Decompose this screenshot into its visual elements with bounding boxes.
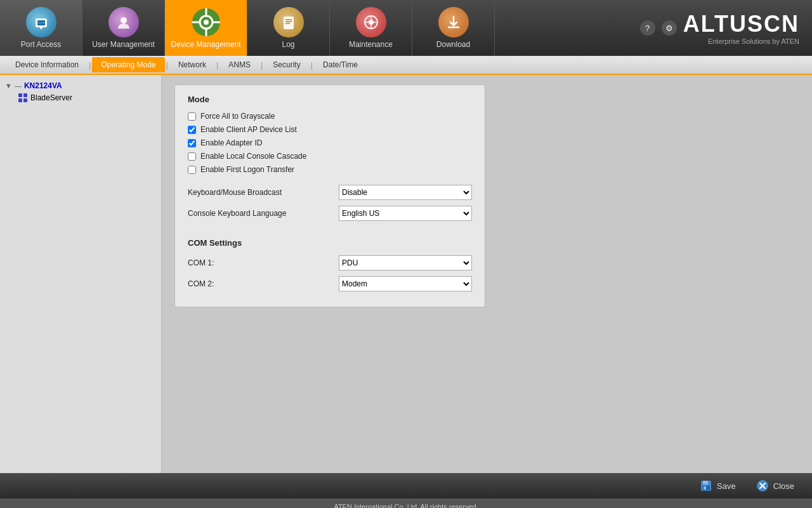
tab-operating-mode[interactable]: Operating Mode xyxy=(92,57,164,72)
svg-rect-23 xyxy=(23,93,27,97)
nav-port-access-label: Port Access xyxy=(21,40,61,49)
tab-network[interactable]: Network xyxy=(169,57,215,72)
mode-settings-box: Mode Force All to Grayscale Enable Clien… xyxy=(174,84,485,307)
tab-device-info[interactable]: Device Information xyxy=(6,57,88,72)
svg-rect-27 xyxy=(703,481,708,485)
save-label: Save xyxy=(717,481,736,491)
tree-child-item: BladeServer xyxy=(15,91,159,104)
tab-security[interactable]: Security xyxy=(264,57,309,72)
settings-icon[interactable]: ⚙ xyxy=(662,20,677,36)
enable-client-ap-row: Enable Client AP Device List xyxy=(188,125,472,134)
svg-point-4 xyxy=(38,22,39,23)
enable-adapter-id-label[interactable]: Enable Adapter ID xyxy=(200,138,262,147)
app-subtitle: Enterprise Solutions by ATEN xyxy=(708,37,799,45)
close-button[interactable]: Close xyxy=(750,476,799,495)
keyboard-mouse-row: Keyboard/Mouse Broadcast Disable Enable xyxy=(188,185,472,200)
force-grayscale-checkbox[interactable] xyxy=(188,112,196,121)
nav-maintenance-label: Maintenance xyxy=(349,40,393,49)
port-access-icon xyxy=(26,7,56,37)
tree-blade-server[interactable]: BladeServer xyxy=(15,91,159,104)
enable-adapter-id-checkbox[interactable] xyxy=(188,139,196,147)
svg-rect-29 xyxy=(704,486,706,490)
sub-tabs: Device Information | Operating Mode | Ne… xyxy=(0,56,812,75)
nav-user-management[interactable]: User Management xyxy=(82,0,165,56)
footer: ATEN International Co. Ltd. All rights r… xyxy=(0,498,812,508)
tree-root-label[interactable]: KN2124VA xyxy=(24,81,62,90)
tree-collapse-icon[interactable]: ▼ xyxy=(5,82,12,90)
maintenance-icon xyxy=(356,7,386,37)
nav-log[interactable]: Log xyxy=(247,0,330,56)
svg-point-7 xyxy=(121,17,127,23)
user-management-icon xyxy=(108,7,139,37)
main-content: ▼ — KN2124VA BladeServer Mode xyxy=(0,75,812,473)
download-icon xyxy=(438,7,469,37)
com1-label: COM 1: xyxy=(188,258,334,267)
svg-rect-15 xyxy=(284,17,294,29)
enable-local-console-label[interactable]: Enable Local Console Cascade xyxy=(200,152,306,161)
svg-point-10 xyxy=(204,20,209,25)
footer-text: ATEN International Co. Ltd. All rights r… xyxy=(334,503,478,509)
enable-first-logon-checkbox[interactable] xyxy=(188,166,196,174)
save-icon xyxy=(699,479,713,493)
enable-local-console-checkbox[interactable] xyxy=(188,152,196,161)
app-title: ALTUSCN xyxy=(683,11,799,37)
com2-row: COM 2: Modem PDU None xyxy=(188,276,472,291)
svg-point-6 xyxy=(43,22,44,23)
help-icon[interactable]: ? xyxy=(640,20,655,36)
close-label: Close xyxy=(773,481,794,491)
mode-section-title: Mode xyxy=(188,95,472,104)
nav-device-management-label: Device Management xyxy=(171,40,240,49)
enable-client-ap-checkbox[interactable] xyxy=(188,126,196,134)
bottom-bar: Save Close xyxy=(0,473,812,498)
nav-device-management[interactable]: Device Management xyxy=(165,0,247,56)
keyboard-mouse-select[interactable]: Disable Enable xyxy=(339,185,472,200)
svg-rect-24 xyxy=(18,98,22,102)
console-keyboard-label: Console Keyboard Language xyxy=(188,209,334,218)
nav-port-access[interactable]: Port Access xyxy=(0,0,82,56)
nav-maintenance[interactable]: Maintenance xyxy=(330,0,412,56)
log-icon xyxy=(273,7,304,37)
enable-first-logon-row: Enable First Logon Transfer xyxy=(188,165,472,174)
top-navigation: Port Access User Management Device Manag… xyxy=(0,0,812,56)
nav-download[interactable]: Download xyxy=(412,0,495,56)
com1-row: COM 1: PDU Modem None xyxy=(188,255,472,271)
enable-client-ap-label[interactable]: Enable Client AP Device List xyxy=(200,125,297,134)
enable-adapter-id-row: Enable Adapter ID xyxy=(188,138,472,147)
console-keyboard-select[interactable]: English US French German Japanese xyxy=(339,206,472,221)
svg-rect-25 xyxy=(23,98,27,102)
device-management-icon xyxy=(191,7,221,37)
keyboard-mouse-label: Keyboard/Mouse Broadcast xyxy=(188,188,334,197)
tree-root-item[interactable]: ▼ — KN2124VA xyxy=(3,80,159,91)
left-panel: ▼ — KN2124VA BladeServer xyxy=(0,75,162,473)
force-grayscale-label[interactable]: Force All to Grayscale xyxy=(200,112,275,121)
right-panel: Mode Force All to Grayscale Enable Clien… xyxy=(162,75,812,473)
enable-local-console-row: Enable Local Console Cascade xyxy=(188,152,472,161)
com2-label: COM 2: xyxy=(188,279,334,288)
svg-rect-3 xyxy=(40,27,43,28)
tab-anms[interactable]: ANMS xyxy=(219,57,259,72)
save-button[interactable]: Save xyxy=(694,476,741,495)
logo-area: ? ⚙ ALTUSCN Enterprise Solutions by ATEN xyxy=(640,0,812,56)
com1-select[interactable]: PDU Modem None xyxy=(339,255,472,271)
com-section-title: COM Settings xyxy=(188,238,472,248)
console-keyboard-row: Console Keyboard Language English US Fre… xyxy=(188,206,472,221)
tab-datetime[interactable]: Date/Time xyxy=(314,57,367,72)
svg-point-20 xyxy=(369,20,374,25)
nav-log-label: Log xyxy=(282,40,294,49)
tree-blade-label[interactable]: BladeServer xyxy=(30,93,72,102)
svg-point-5 xyxy=(41,22,42,23)
svg-rect-22 xyxy=(18,93,22,97)
force-grayscale-row: Force All to Grayscale xyxy=(188,112,472,121)
enable-first-logon-label[interactable]: Enable First Logon Transfer xyxy=(200,165,294,174)
nav-download-label: Download xyxy=(436,40,470,49)
close-icon xyxy=(756,479,769,493)
nav-user-management-label: User Management xyxy=(92,40,155,49)
com2-select[interactable]: Modem PDU None xyxy=(339,276,472,291)
grid-icon xyxy=(18,93,28,103)
tree-minus-icon: — xyxy=(15,82,22,90)
